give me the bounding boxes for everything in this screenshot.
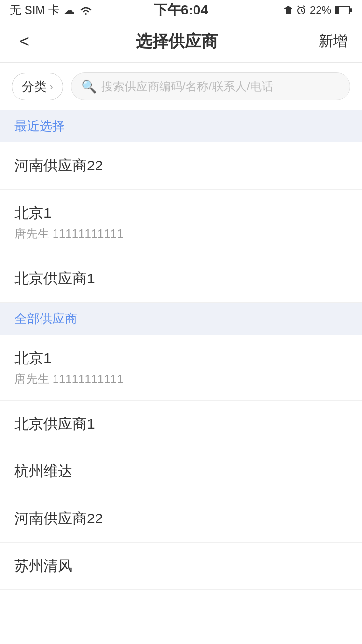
item-sub: 唐先生 11111111111 (14, 226, 348, 241)
item-name: 北京1 (14, 203, 348, 223)
alarm-icon (296, 5, 306, 15)
battery-label: 22% (310, 4, 331, 16)
all-list-item[interactable]: 北京供应商1 (0, 401, 362, 448)
recent-label: 最近选择 (14, 119, 65, 133)
status-time: 下午6:04 (154, 1, 208, 19)
recent-list-item[interactable]: 北京1唐先生 11111111111 (0, 190, 362, 255)
search-icon: 🔍 (81, 79, 97, 94)
all-list: 北京1唐先生 11111111111北京供应商1杭州维达河南供应商22苏州清风 (0, 335, 362, 590)
all-list-item[interactable]: 北京1唐先生 11111111111 (0, 335, 362, 401)
svg-line-5 (298, 6, 299, 7)
item-name: 河南供应商22 (14, 156, 348, 176)
item-name: 北京供应商1 (14, 414, 348, 434)
status-right: 22% (284, 4, 352, 16)
svg-line-6 (303, 6, 305, 7)
item-name: 苏州清风 (14, 556, 348, 576)
all-label: 全部供应商 (14, 311, 77, 326)
add-button[interactable]: 新增 (319, 31, 348, 51)
item-name: 北京1 (14, 349, 348, 368)
recent-list-item[interactable]: 北京供应商1 (0, 255, 362, 303)
svg-rect-9 (336, 7, 339, 14)
item-sub: 唐先生 11111111111 (14, 371, 348, 387)
search-box[interactable]: 🔍 搜索供应商编码/名称/联系人/电话 (71, 72, 350, 100)
svg-rect-8 (350, 8, 352, 12)
nav-bar: < 选择供应商 新增 (0, 20, 362, 63)
category-button[interactable]: 分类 › (12, 73, 63, 100)
search-placeholder: 搜索供应商编码/名称/联系人/电话 (101, 79, 273, 94)
battery-icon (335, 5, 352, 15)
recent-list: 河南供应商22北京1唐先生 11111111111北京供应商1 (0, 142, 362, 303)
svg-marker-1 (284, 6, 292, 14)
location-icon (284, 5, 292, 15)
chevron-right-icon: › (50, 81, 53, 92)
svg-line-4 (301, 11, 303, 12)
category-label: 分类 (22, 78, 47, 95)
recent-section-header: 最近选择 (0, 110, 362, 142)
all-list-item[interactable]: 杭州维达 (0, 448, 362, 495)
recent-list-item[interactable]: 河南供应商22 (0, 142, 362, 190)
all-list-item[interactable]: 苏州清风 (0, 543, 362, 590)
all-list-item[interactable]: 河南供应商22 (0, 495, 362, 543)
status-bar: 无 SIM 卡 ☁ 下午6:04 22% (0, 0, 362, 20)
svg-point-0 (85, 13, 87, 15)
back-button[interactable]: < (14, 27, 34, 56)
all-section-header: 全部供应商 (0, 303, 362, 335)
item-name: 杭州维达 (14, 462, 348, 481)
status-left: 无 SIM 卡 ☁ (10, 2, 93, 18)
item-name: 北京供应商1 (14, 269, 348, 289)
filter-row: 分类 › 🔍 搜索供应商编码/名称/联系人/电话 (0, 63, 362, 110)
item-name: 河南供应商22 (14, 509, 348, 529)
wifi-icon (79, 5, 93, 15)
page-title: 选择供应商 (136, 30, 218, 53)
sim-label: 无 SIM 卡 ☁ (10, 2, 75, 18)
